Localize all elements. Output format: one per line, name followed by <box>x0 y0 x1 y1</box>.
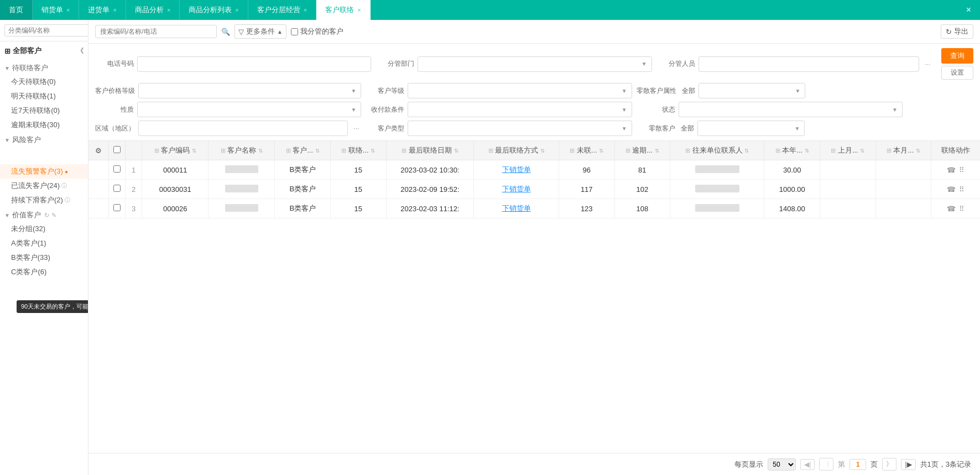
scatter-select[interactable]: ▼ <box>697 121 805 136</box>
collapse-icon[interactable]: 《 <box>77 46 84 56</box>
page-input[interactable] <box>849 459 866 470</box>
sidebar-item-lost[interactable]: 已流失客户(24) ⓘ <box>0 179 88 193</box>
more-conditions-btn[interactable]: ▽ 更多条件 ▲ <box>234 24 286 39</box>
row-method-link-2[interactable]: 下销货单 <box>502 204 531 212</box>
sidebar-item-tomorrow[interactable]: 明天待联络(1) <box>0 89 88 103</box>
col-year-sort[interactable]: ⇅ <box>805 148 809 154</box>
scatter-attr-select[interactable]: ▼ <box>698 83 806 98</box>
sidebar-item-declining[interactable]: 持续下滑客户(2) ⓘ <box>0 193 88 207</box>
action-more-icon-0[interactable]: ⠿ <box>959 166 965 174</box>
my-customers-checkbox[interactable] <box>291 28 298 35</box>
col-overdue-pin[interactable]: ⊞ <box>625 147 630 154</box>
prev-page-btn[interactable]: 〈 <box>819 458 833 471</box>
sidebar-item-loss-warning[interactable]: 流失预警客户(3) ● <box>0 164 88 179</box>
col-contact-pin[interactable]: ⊞ <box>341 147 346 154</box>
action-more-icon-1[interactable]: ⠿ <box>959 185 965 194</box>
col-code-sort[interactable]: ⇅ <box>192 148 196 154</box>
person-select[interactable] <box>698 56 919 72</box>
tab-product-analysis[interactable]: 商品分析 × <box>126 0 180 20</box>
col-code-pin[interactable]: ⊞ <box>154 147 159 154</box>
tab-customer-contact[interactable]: 客户联络 × <box>316 0 370 20</box>
col-year-pin[interactable]: ⊞ <box>775 147 780 154</box>
valued-refresh-icon[interactable]: ↻ <box>44 212 49 219</box>
region-more[interactable]: ··· <box>351 124 361 132</box>
tab-home[interactable]: 首页 <box>0 0 33 20</box>
status-select[interactable]: ▼ <box>679 102 903 117</box>
tab-purchase[interactable]: 进货单 × <box>79 0 126 20</box>
valued-edit-icon[interactable]: ✎ <box>51 212 56 219</box>
col-last-method-pin[interactable]: ⊞ <box>488 147 493 154</box>
dept-select[interactable]: ▼ <box>418 56 651 72</box>
col-type-sort[interactable]: ⇅ <box>315 148 320 154</box>
customer-type-label: 客户类型 <box>366 124 404 133</box>
filter-search-icon[interactable]: 🔍 <box>221 28 230 36</box>
sidebar-item-class-b[interactable]: B类客户(33) <box>0 250 88 265</box>
first-page-btn[interactable]: ◀| <box>800 459 815 470</box>
col-lm-pin[interactable]: ⊞ <box>831 147 836 154</box>
filter-search-input[interactable] <box>95 25 217 38</box>
row-method-link-0[interactable]: 下销货单 <box>502 165 531 174</box>
sidebar-item-class-c[interactable]: C类客户(6) <box>0 265 88 279</box>
col-name-pin[interactable]: ⊞ <box>221 147 226 154</box>
settings-btn[interactable]: 设置 <box>941 66 973 80</box>
sidebar-item-today[interactable]: 今天待联络(0) <box>0 75 88 89</box>
tab-purchase-close[interactable]: × <box>113 7 116 13</box>
customer-type-select[interactable]: ▼ <box>408 121 632 136</box>
tab-customer-segment[interactable]: 客户分层经营 × <box>248 0 316 20</box>
tab-product-analysis-close[interactable]: × <box>167 7 170 13</box>
customer-level-select[interactable]: ▼ <box>408 83 632 98</box>
page-size-select[interactable]: 50 10 20 100 <box>768 458 796 471</box>
row-checkbox-input-2[interactable] <box>113 204 121 211</box>
row-method-link-1[interactable]: 下销货单 <box>502 185 531 193</box>
col-settings[interactable]: ⚙ <box>88 141 109 160</box>
person-more[interactable]: ··· <box>922 60 932 68</box>
action-phone-icon-0[interactable]: ☎ <box>947 166 956 174</box>
region-select[interactable] <box>138 121 348 136</box>
row-checkbox-input-1[interactable] <box>113 185 121 192</box>
col-unit-sort[interactable]: ⇅ <box>744 148 749 154</box>
tab-customer-segment-close[interactable]: × <box>304 7 307 13</box>
sidebar-item-class-a[interactable]: A类客户(1) <box>0 236 88 250</box>
window-close-button[interactable]: × <box>957 5 980 15</box>
query-btn[interactable]: 查询 <box>941 48 973 64</box>
tab-customer-contact-close[interactable]: × <box>357 7 361 13</box>
next-page-btn[interactable]: 〉 <box>882 458 896 471</box>
select-all-checkbox[interactable] <box>113 146 121 153</box>
last-page-btn[interactable]: |▶ <box>901 459 915 470</box>
nature-select[interactable]: ▼ <box>137 102 361 117</box>
all-customers-header[interactable]: ⊞ 全部客户 《 <box>0 41 88 60</box>
col-unit-pin[interactable]: ⊞ <box>685 147 690 154</box>
action-phone-icon-1[interactable]: ☎ <box>947 185 956 194</box>
sidebar-search-input[interactable] <box>4 24 88 36</box>
tab-product-analysis-list-close[interactable]: × <box>235 7 238 13</box>
valued-customers-section[interactable]: ▼ 价值客户 ↻ ✎ <box>0 207 88 222</box>
pending-contact-section[interactable]: ▼ 待联络客户 <box>0 60 88 75</box>
col-last-date-pin[interactable]: ⊞ <box>402 147 406 154</box>
sidebar-item-overdue[interactable]: 逾期未联络(30) <box>0 118 88 132</box>
col-type-pin[interactable]: ⊞ <box>286 147 291 154</box>
sidebar-item-week[interactable]: 近7天待联络(0) <box>0 103 88 118</box>
tab-product-analysis-list[interactable]: 商品分析列表 × <box>180 0 248 20</box>
risk-customers-section[interactable]: ▼ 风险客户 <box>0 132 88 147</box>
col-tm-sort[interactable]: ⇅ <box>916 148 920 154</box>
sidebar-item-unclassified[interactable]: 未分组(32) <box>0 222 88 236</box>
col-contact-sort[interactable]: ⇅ <box>371 148 375 154</box>
col-lm-sort[interactable]: ⇅ <box>860 148 864 154</box>
export-btn[interactable]: ↻ 导出 <box>941 24 973 39</box>
action-more-icon-2[interactable]: ⠿ <box>959 205 965 213</box>
col-overdue-sort[interactable]: ⇅ <box>655 148 659 154</box>
my-customers-checkbox-label[interactable]: 我分管的客户 <box>291 27 343 36</box>
tab-sales-close[interactable]: × <box>66 7 70 13</box>
price-level-select[interactable]: ▼ <box>138 83 361 98</box>
col-name-sort[interactable]: ⇅ <box>258 148 263 154</box>
action-phone-icon-2[interactable]: ☎ <box>947 205 956 213</box>
row-checkbox-input-0[interactable] <box>113 165 121 173</box>
col-no-contact-pin[interactable]: ⊞ <box>570 147 575 154</box>
payment-select[interactable]: ▼ <box>408 102 632 117</box>
tab-sales[interactable]: 销货单 × <box>33 0 79 20</box>
phone-input[interactable] <box>137 56 371 72</box>
col-last-method-sort[interactable]: ⇅ <box>540 148 545 154</box>
col-last-date-sort[interactable]: ⇅ <box>454 148 458 154</box>
col-tm-pin[interactable]: ⊞ <box>887 147 892 154</box>
col-no-contact-sort[interactable]: ⇅ <box>599 148 603 154</box>
